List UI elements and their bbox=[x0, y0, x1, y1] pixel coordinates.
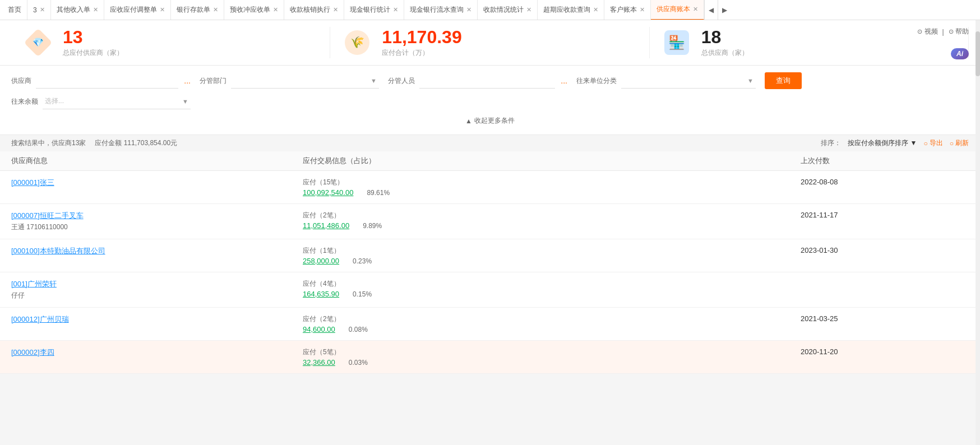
last-pay-cell: 2021-11-17 bbox=[801, 211, 969, 232]
close-tab-advance-ar[interactable]: ✕ bbox=[273, 6, 278, 13]
filter-item-balance: 往来余额 选择... ▼ bbox=[11, 94, 191, 109]
nav-tab-advance-ar[interactable]: 预收冲应收单 ✕ bbox=[224, 0, 284, 20]
result-suppliers-count: 搜索结果中，供应商13家 bbox=[11, 138, 86, 148]
supplier-link-1[interactable]: [000007]恒旺二手叉车 bbox=[11, 211, 303, 221]
close-tab-other-income[interactable]: ✕ bbox=[93, 6, 98, 13]
export-btn[interactable]: ○ 导出 bbox=[924, 138, 943, 148]
help-link[interactable]: ⊙ 帮助 bbox=[949, 27, 969, 36]
table-row: [000001]张三 应付（15笔） 100,092,540.00 89.61%… bbox=[0, 171, 980, 204]
stat-info-total-suppliers: 18 总供应商（家） bbox=[701, 28, 748, 58]
table-row: [000007]恒旺二手叉车 王通 17106110000 应付（2笔） 11,… bbox=[0, 204, 980, 239]
supplier-sub-3: 仔仔 bbox=[11, 291, 303, 300]
tx-amount-4[interactable]: 94,600.00 bbox=[303, 325, 335, 333]
tx-amount-3[interactable]: 164,635.90 bbox=[303, 290, 339, 298]
supplier-table: 供应商信息 应付交易信息（占比） 上次付数 [000001]张三 应付（15笔）… bbox=[0, 151, 980, 374]
nav-tab-home[interactable]: 首页 bbox=[2, 0, 27, 20]
last-pay-5: 2020-11-20 bbox=[801, 347, 838, 356]
stat-block-suppliers-payable: 💎 13 总应付供应商（家） bbox=[11, 27, 330, 58]
nav-tab-3[interactable]: 3 ✕ bbox=[27, 0, 51, 20]
filter-item-supplier: 供应商 ... bbox=[11, 73, 191, 89]
close-tab-cash-bank-flow[interactable]: ✕ bbox=[466, 6, 471, 13]
close-tab-overdue-ar[interactable]: ✕ bbox=[593, 6, 598, 13]
supplier-info-cell: [000100]本特勤油品有限公司 bbox=[11, 246, 303, 265]
query-button[interactable]: 查询 bbox=[765, 72, 802, 89]
nav-tab-receipt-stat[interactable]: 收款情况统计 ✕ bbox=[478, 0, 538, 20]
nav-tab-customer-ledger[interactable]: 客户账本 ✕ bbox=[604, 0, 651, 20]
video-link[interactable]: ⊙ 视频 bbox=[917, 27, 937, 36]
filter-row-2: 往来余额 选择... ▼ bbox=[11, 94, 969, 109]
payable-total-label: 应付合计（万） bbox=[382, 48, 461, 58]
result-bar: 搜索结果中，供应商13家 应付金额 111,703,854.00元 排序： 按应… bbox=[0, 135, 980, 151]
scrollbar-thumb[interactable] bbox=[976, 31, 980, 76]
category-select[interactable]: ▼ bbox=[621, 73, 756, 89]
collapse-bar[interactable]: ▲ 收起更多条件 bbox=[11, 114, 969, 128]
tx-percent-3: 0.15% bbox=[353, 290, 372, 298]
tx-percent-2: 0.23% bbox=[353, 257, 372, 265]
payable-total-value: 11,170.39 bbox=[382, 28, 461, 46]
tx-amount-1[interactable]: 11,051,486.00 bbox=[303, 221, 349, 230]
balance-chevron-icon: ▼ bbox=[182, 98, 188, 105]
nav-tab-receipt-verify[interactable]: 收款核销执行 ✕ bbox=[284, 0, 344, 20]
tx-amount-5[interactable]: 32,366.00 bbox=[303, 358, 335, 367]
supplier-dots-btn[interactable]: ... bbox=[184, 76, 191, 85]
tx-row-4: 94,600.00 0.08% bbox=[303, 324, 801, 333]
close-tab-3[interactable]: ✕ bbox=[40, 6, 45, 13]
ai-badge[interactable]: Ai bbox=[951, 48, 969, 59]
tx-row-2: 258,000.00 0.23% bbox=[303, 256, 801, 265]
supplier-input[interactable] bbox=[36, 73, 178, 89]
top-navigation: 首页 3 ✕ 其他收入单 ✕ 应收应付调整单 ✕ 银行存款单 ✕ 预收冲应收单 … bbox=[0, 0, 980, 20]
tx-amount-0[interactable]: 100,092,540.00 bbox=[303, 188, 353, 197]
nav-prev-arrow[interactable]: ◀ bbox=[704, 0, 718, 20]
supplier-info-cell: [000002]李四 bbox=[11, 347, 303, 367]
filter-item-dept: 分管部门 ▼ bbox=[200, 73, 379, 89]
nav-next-arrow[interactable]: ▶ bbox=[718, 0, 731, 20]
close-tab-bank-deposit[interactable]: ✕ bbox=[213, 6, 218, 13]
supplier-info-cell: [000001]张三 bbox=[11, 178, 303, 197]
nav-tab-other-income[interactable]: 其他收入单 ✕ bbox=[51, 0, 104, 20]
close-tab-ar-ap[interactable]: ✕ bbox=[160, 6, 165, 13]
tx-percent-1: 9.89% bbox=[363, 222, 382, 230]
close-tab-receipt-stat[interactable]: ✕ bbox=[526, 6, 531, 13]
sort-label: 排序： bbox=[821, 138, 841, 148]
nav-tab-ar-ap[interactable]: 应收应付调整单 ✕ bbox=[104, 0, 171, 20]
col-last-pay: 上次付数 bbox=[801, 156, 969, 166]
last-pay-cell: 2023-01-30 bbox=[801, 246, 969, 265]
table-row: [000100]本特勤油品有限公司 应付（1笔） 258,000.00 0.23… bbox=[0, 239, 980, 272]
supplier-filter-label: 供应商 bbox=[11, 76, 31, 86]
scrollbar[interactable] bbox=[976, 20, 980, 374]
person-input[interactable] bbox=[419, 73, 555, 89]
close-tab-cash-bank-stat[interactable]: ✕ bbox=[393, 6, 398, 13]
nav-tab-cash-bank-stat[interactable]: 现金银行统计 ✕ bbox=[344, 0, 404, 20]
close-tab-customer-ledger[interactable]: ✕ bbox=[640, 6, 645, 13]
tx-info-cell: 应付（2笔） 94,600.00 0.08% bbox=[303, 314, 801, 333]
close-tab-supplier-ledger[interactable]: ✕ bbox=[693, 6, 698, 13]
tx-info-cell: 应付（2笔） 11,051,486.00 9.89% bbox=[303, 211, 801, 232]
filter-item-category: 往来单位分类 ▼ bbox=[576, 73, 756, 89]
close-tab-receipt-verify[interactable]: ✕ bbox=[333, 6, 338, 13]
balance-select[interactable]: 选择... ▼ bbox=[43, 94, 191, 109]
tx-info-cell: 应付（1笔） 258,000.00 0.23% bbox=[303, 246, 801, 265]
supplier-sub-1: 王通 17106110000 bbox=[11, 222, 303, 232]
payable-suppliers-label: 总应付供应商（家） bbox=[63, 48, 123, 58]
person-filter-label: 分管人员 bbox=[388, 76, 415, 86]
nav-tab-supplier-ledger[interactable]: 供应商账本 ✕ bbox=[651, 0, 704, 20]
supplier-link-0[interactable]: [000001]张三 bbox=[11, 178, 303, 188]
supplier-link-2[interactable]: [000100]本特勤油品有限公司 bbox=[11, 246, 303, 256]
refresh-btn[interactable]: ○ 刷新 bbox=[950, 138, 969, 148]
nav-tab-overdue-ar[interactable]: 超期应收款查询 ✕ bbox=[538, 0, 604, 20]
nav-tab-cash-bank-flow[interactable]: 现金银行流水查询 ✕ bbox=[404, 0, 478, 20]
stat-icon-diamond: 💎 bbox=[22, 27, 54, 58]
supplier-link-3[interactable]: [001]广州荣轩 bbox=[11, 279, 303, 289]
supplier-link-4[interactable]: [000012]广州贝瑞 bbox=[11, 314, 303, 325]
header-stats-section: 💎 13 总应付供应商（家） 🌾 11,170.39 应付合计（万） 🏪 bbox=[0, 20, 980, 66]
result-info: 搜索结果中，供应商13家 应付金额 111,703,854.00元 bbox=[11, 138, 177, 148]
dept-select[interactable]: ▼ bbox=[231, 73, 379, 89]
person-dots-btn[interactable]: ... bbox=[561, 76, 567, 85]
stat-icon-store: 🏪 bbox=[661, 27, 692, 58]
balance-filter-label: 往来余额 bbox=[11, 97, 38, 106]
last-pay-4: 2021-03-25 bbox=[801, 314, 838, 323]
tx-amount-2[interactable]: 258,000.00 bbox=[303, 257, 339, 265]
nav-tab-bank-deposit[interactable]: 银行存款单 ✕ bbox=[171, 0, 224, 20]
sort-selector[interactable]: 按应付余额倒序排序 ▼ bbox=[848, 138, 917, 148]
supplier-link-5[interactable]: [000002]李四 bbox=[11, 347, 303, 358]
